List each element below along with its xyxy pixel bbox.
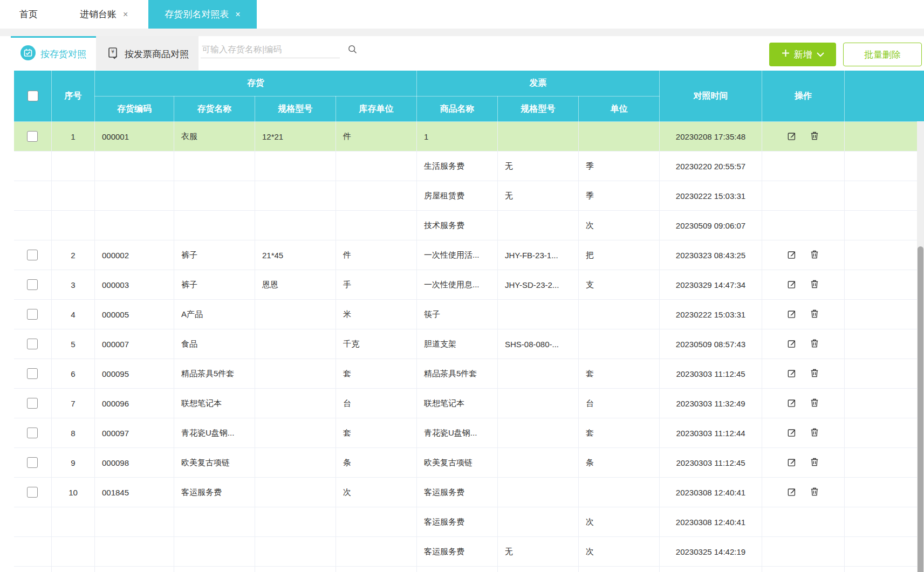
cell-seq: 4 [52, 300, 95, 329]
delete-icon[interactable] [809, 368, 820, 378]
table-row[interactable]: 客运服务费无次20230325 14:42:19 [14, 537, 924, 567]
cell-inventory-name: 青花瓷U盘钢... [174, 418, 255, 448]
row-checkbox[interactable] [27, 457, 38, 468]
edit-icon[interactable] [786, 397, 797, 408]
table-row[interactable]: 5000007食品千克胆道支架SHS-08-080-...20230509 08… [14, 329, 924, 359]
table-row[interactable]: 4000005A产品米筷子20230222 15:03:31 [14, 300, 924, 329]
table-row[interactable] [14, 567, 924, 572]
cell-invoice-name: 一次性使用息... [417, 270, 498, 300]
vertical-scrollbar-thumb[interactable] [918, 246, 923, 572]
table-row[interactable]: 7000096联想笔记本台联想笔记本台20230303 11:32:49 [14, 389, 924, 418]
cell-seq: 8 [52, 418, 95, 448]
subtab-by-invoice-goods[interactable]: ¥ 按发票商品对照 [96, 36, 199, 70]
cell-invoice-unit [579, 122, 660, 151]
table-row[interactable]: 客运服务费次20230308 12:40:41 [14, 507, 924, 537]
cell-seq: 3 [52, 270, 95, 300]
table-row[interactable]: 1000001衣服12*21件120230208 17:35:48 [14, 122, 924, 151]
edit-icon[interactable] [786, 130, 797, 141]
cell-seq: 10 [52, 478, 95, 507]
row-checkbox[interactable] [27, 309, 38, 320]
delete-icon[interactable] [809, 249, 820, 260]
cell-stock-unit [336, 181, 417, 211]
cell-invoice-spec [498, 122, 579, 151]
row-checkbox[interactable] [27, 339, 38, 349]
cell-inventory-name [174, 507, 255, 537]
table-row[interactable]: 生活服务费无季20230220 20:55:57 [14, 151, 924, 181]
cell-inventory-spec [255, 389, 336, 418]
row-checkbox[interactable] [27, 279, 38, 290]
search-area [201, 42, 358, 58]
row-checkbox[interactable] [27, 131, 38, 142]
cell-filler [845, 240, 924, 270]
table-row[interactable]: 3000003裤子恩恩手一次性使用息...JHY-SD-23-2...支2023… [14, 270, 924, 300]
tab-home[interactable]: 首页 [6, 0, 51, 29]
cell-invoice-name: 欧美复古项链 [417, 448, 498, 478]
row-checkbox[interactable] [27, 428, 38, 438]
delete-icon[interactable] [809, 130, 820, 141]
edit-icon[interactable] [786, 486, 797, 497]
cell-invoice-spec [498, 300, 579, 329]
cell-invoice-spec [498, 478, 579, 507]
row-checkbox[interactable] [27, 250, 38, 260]
cell-invoice-unit: 次 [579, 537, 660, 567]
vertical-scrollbar-track[interactable] [917, 121, 924, 572]
delete-icon[interactable] [809, 279, 820, 290]
table-row[interactable]: 10001845客运服务费次客运服务费20230308 12:40:41 [14, 478, 924, 507]
add-button[interactable]: 新增 [769, 43, 836, 66]
edit-icon[interactable] [786, 368, 797, 378]
row-checkbox[interactable] [27, 487, 38, 498]
table-row[interactable]: 9000098欧美复古项链条欧美复古项链条20230303 11:12:45 [14, 448, 924, 478]
subtab-by-inventory[interactable]: 按存货对照 [11, 36, 96, 70]
row-checkbox[interactable] [27, 398, 38, 409]
table-body: 1000001衣服12*21件120230208 17:35:48生活服务费无季… [14, 122, 924, 572]
table-row[interactable]: 2000002裤子21*45件一次性使用活...JHY-FB-23-1...把2… [14, 240, 924, 270]
close-icon[interactable]: × [235, 10, 240, 19]
table-row[interactable]: 6000095精品茶具5件套套精品茶具5件套套20230303 11:12:45 [14, 359, 924, 389]
search-icon[interactable] [347, 44, 358, 54]
edit-icon[interactable] [786, 338, 797, 349]
search-input[interactable] [201, 42, 340, 58]
delete-icon[interactable] [809, 338, 820, 349]
cell-inventory-code: 000005 [95, 300, 174, 329]
cell-inventory-code [95, 537, 174, 567]
delete-icon[interactable] [809, 308, 820, 319]
cell-actions [762, 300, 845, 329]
cell-invoice-unit [579, 329, 660, 359]
cell-inventory-code [95, 181, 174, 211]
cell-invoice-name: 联想笔记本 [417, 389, 498, 418]
tab-purchase-sale-ledger[interactable]: 进销台账 × [67, 0, 141, 29]
cell-seq: 2 [52, 240, 95, 270]
table-row[interactable]: 技术服务费次20230509 09:06:07 [14, 211, 924, 240]
close-icon[interactable]: × [123, 10, 128, 19]
edit-icon[interactable] [786, 457, 797, 467]
delete-icon[interactable] [809, 427, 820, 438]
cell-filler [845, 329, 924, 359]
header-inventory-code: 存货编码 [95, 97, 174, 122]
delete-icon[interactable] [809, 457, 820, 467]
delete-icon[interactable] [809, 486, 820, 497]
view-subtabs: 按存货对照 ¥ 按发票商品对照 [11, 36, 199, 70]
row-checkbox[interactable] [27, 368, 38, 379]
table-row[interactable]: 房屋租赁费无季20230222 15:03:31 [14, 181, 924, 211]
edit-icon[interactable] [786, 427, 797, 438]
cell-invoice-name: 生活服务费 [417, 151, 498, 181]
edit-icon[interactable] [786, 279, 797, 290]
header-invoice-unit: 单位 [579, 97, 660, 122]
edit-icon[interactable] [786, 308, 797, 319]
batch-delete-button[interactable]: 批量删除 [843, 43, 922, 66]
cell-invoice-unit: 次 [579, 507, 660, 537]
cell-compare-time: 20230303 11:12:44 [660, 418, 762, 448]
cell-invoice-unit: 台 [579, 389, 660, 418]
table-row[interactable]: 8000097青花瓷U盘钢...套青花瓷U盘钢...套20230303 11:1… [14, 418, 924, 448]
cell-inventory-spec: 12*21 [255, 122, 336, 151]
header-inventory-spec: 规格型号 [255, 97, 336, 122]
cell-invoice-name: 客运服务费 [417, 507, 498, 537]
tab-inventory-alias-table[interactable]: 存货别名对照表 × [148, 0, 256, 29]
cell-invoice-spec [498, 448, 579, 478]
cell-inventory-code: 000096 [95, 389, 174, 418]
edit-icon[interactable] [786, 249, 797, 260]
inventory-compare-icon [20, 45, 36, 63]
cell-seq: 7 [52, 389, 95, 418]
select-all-checkbox[interactable] [28, 91, 38, 101]
delete-icon[interactable] [809, 397, 820, 408]
